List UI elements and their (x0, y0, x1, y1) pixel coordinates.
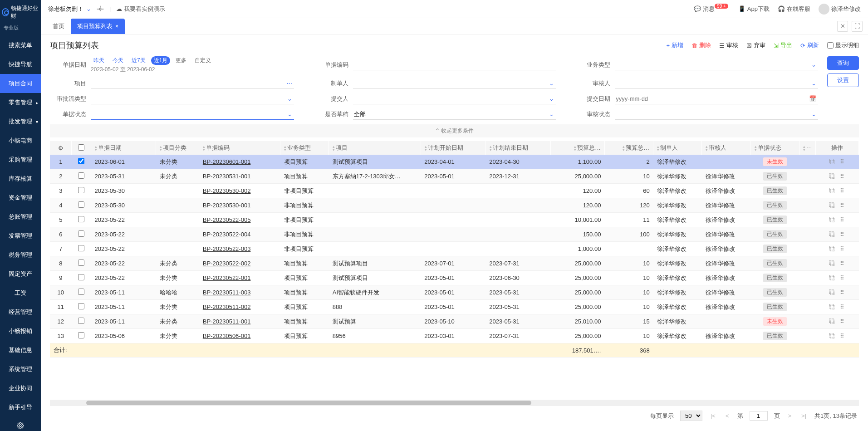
doc-code-link[interactable]: BP-20230511-001 (203, 318, 251, 325)
more-icon[interactable]: ⠿ (840, 202, 844, 209)
sidebar-item-4[interactable]: 批发管理 (0, 112, 41, 131)
calendar-icon[interactable]: 📅 (807, 95, 818, 102)
chevron-down-icon[interactable]: ⌄ (547, 111, 556, 118)
sidebar-item-9[interactable]: 总账管理 (0, 207, 41, 226)
sidebar-settings[interactable] (0, 417, 41, 431)
doc-code-link[interactable]: BP-20230522-001 (203, 274, 251, 281)
date-chip-0[interactable]: 昨天 (91, 56, 107, 65)
project-input[interactable] (91, 78, 284, 88)
doc-code-link[interactable]: BP-20230522-005 (203, 216, 251, 223)
table-row[interactable]: 12023-06-01未分类BP-20230601-001项目预算测试预算项目2… (50, 155, 859, 169)
more-icon[interactable]: ⠿ (840, 187, 844, 194)
chevron-down-icon[interactable]: ⌄ (547, 95, 556, 102)
doc-code-input[interactable] (353, 59, 556, 70)
chevron-down-icon[interactable]: ⌄ (285, 111, 294, 118)
more-icon[interactable]: ⠿ (840, 216, 844, 223)
row-checkbox[interactable] (78, 216, 84, 222)
doc-code-link[interactable]: BP-20230530-001 (203, 202, 251, 209)
gear-icon[interactable] (97, 5, 104, 13)
view-icon[interactable]: ⿻ (829, 202, 835, 209)
row-checkbox[interactable] (78, 172, 84, 179)
table-row[interactable]: 72023-05-22BP-20230522-003非项目预算1,000.00徐… (50, 242, 859, 256)
more-icon[interactable]: ⠿ (840, 333, 844, 339)
first-page[interactable]: |< (709, 412, 717, 419)
chevron-down-icon[interactable]: ⌄ (809, 111, 818, 118)
col-end[interactable]: ▴▾计划结束日期 (485, 141, 550, 155)
refresh-button[interactable]: ⟳刷新 (800, 41, 819, 49)
doc-code-link[interactable]: BP-20230522-002 (203, 260, 251, 267)
sidebar-item-12[interactable]: 固定资产 (0, 264, 41, 284)
more-icon[interactable]: ⠿ (840, 245, 844, 252)
draft-input[interactable] (353, 109, 548, 119)
more-icon[interactable]: ⠿ (840, 231, 844, 238)
sidebar-item-7[interactable]: 库存核算 (0, 169, 41, 188)
collapse-filters[interactable]: ⌃ 收起更多条件 (50, 124, 859, 137)
col-status[interactable]: ▴▾单据状态 (750, 141, 799, 155)
date-chip-2[interactable]: 近7天 (129, 56, 148, 65)
sidebar-item-13[interactable]: 工资 (0, 284, 41, 303)
view-icon[interactable]: ⿻ (829, 231, 835, 238)
table-row[interactable]: 52023-05-22BP-20230522-005非项目预算10,001.00… (50, 213, 859, 227)
doc-code-link[interactable]: BP-20230530-002 (203, 187, 251, 194)
col-extra[interactable]: ▴▾审 (799, 141, 815, 155)
close-icon[interactable]: × (115, 23, 118, 29)
user-menu[interactable]: 徐泽华修改 (819, 4, 861, 15)
sidebar-item-5[interactable]: 小畅电商 (0, 131, 41, 150)
sidebar-item-17[interactable]: 系统管理 (0, 360, 41, 379)
row-checkbox[interactable] (78, 260, 84, 266)
col-category[interactable]: ▴▾项目分类 (156, 141, 199, 155)
view-icon[interactable]: ⿻ (829, 318, 835, 325)
row-checkbox[interactable] (78, 158, 84, 164)
date-chip-5[interactable]: 自定义 (192, 56, 214, 65)
col-date[interactable]: ▴▾单据日期 (91, 141, 156, 155)
sidebar-item-3[interactable]: 零售管理 (0, 93, 41, 112)
view-icon[interactable]: ⿻ (829, 260, 835, 267)
row-checkbox[interactable] (78, 303, 84, 309)
doc-code-link[interactable]: BP-20230522-004 (203, 231, 251, 238)
sidebar-item-2[interactable]: 项目合同 (0, 74, 41, 93)
date-chip-1[interactable]: 今天 (110, 56, 126, 65)
per-page-select[interactable]: 50 (680, 411, 702, 421)
tab-0[interactable]: 首页 (46, 19, 71, 34)
doc-code-link[interactable]: BP-20230506-001 (203, 333, 251, 339)
maker-input[interactable] (353, 78, 548, 88)
more-icon[interactable]: ⠿ (840, 173, 844, 180)
row-checkbox[interactable] (78, 318, 84, 324)
doc-code-link[interactable]: BP-20230511-003 (203, 289, 251, 296)
prev-page[interactable]: < (724, 412, 731, 419)
delete-button[interactable]: 🗑删除 (691, 41, 711, 49)
col-project[interactable]: ▴▾项目 (329, 141, 421, 155)
doc-code-link[interactable]: BP-20230522-003 (203, 245, 251, 252)
col-start[interactable]: ▴▾计划开始日期 (421, 141, 485, 155)
sidebar-item-14[interactable]: 经营管理 (0, 303, 41, 322)
sidebar-item-6[interactable]: 采购管理 (0, 150, 41, 169)
sidebar-item-16[interactable]: 基础信息 (0, 341, 41, 360)
show-detail-checkbox[interactable]: 显示明细 (827, 41, 859, 49)
doc-status-input[interactable] (91, 109, 285, 119)
row-checkbox[interactable] (78, 289, 84, 295)
flow-type-input[interactable] (91, 93, 285, 104)
row-checkbox[interactable] (78, 332, 84, 338)
next-page[interactable]: > (786, 412, 794, 419)
sidebar-item-15[interactable]: 小畅报销 (0, 322, 41, 341)
row-checkbox[interactable] (78, 201, 84, 208)
sidebar-item-10[interactable]: 发票管理 (0, 226, 41, 245)
sidebar-item-8[interactable]: 资金管理 (0, 188, 41, 207)
view-icon[interactable]: ⿻ (829, 274, 835, 281)
chevron-down-icon[interactable]: ⌄ (809, 61, 818, 68)
horizontal-scrollbar[interactable] (50, 400, 859, 406)
sidebar-item-1[interactable]: 快捷导航 (0, 55, 41, 74)
chevron-down-icon[interactable]: ⌄ (547, 80, 556, 87)
row-checkbox[interactable] (78, 245, 84, 251)
more-icon[interactable]: ⠿ (840, 304, 844, 310)
view-icon[interactable]: ⿻ (829, 216, 835, 223)
table-row[interactable]: 62023-05-22BP-20230522-004非项目预算150.00100… (50, 227, 859, 242)
view-icon[interactable]: ⿻ (829, 333, 835, 339)
chevron-down-icon[interactable]: ⌄ (809, 80, 818, 87)
auditor-input[interactable] (615, 78, 809, 88)
view-icon[interactable]: ⿻ (829, 245, 835, 252)
col-total2[interactable]: ▴▾预算总… (604, 141, 653, 155)
table-row[interactable]: 82023-05-22未分类BP-20230522-002项目预算测试预算项目2… (50, 256, 859, 271)
doc-code-link[interactable]: BP-20230531-001 (203, 173, 251, 180)
more-icon[interactable]: ⠿ (840, 260, 844, 267)
